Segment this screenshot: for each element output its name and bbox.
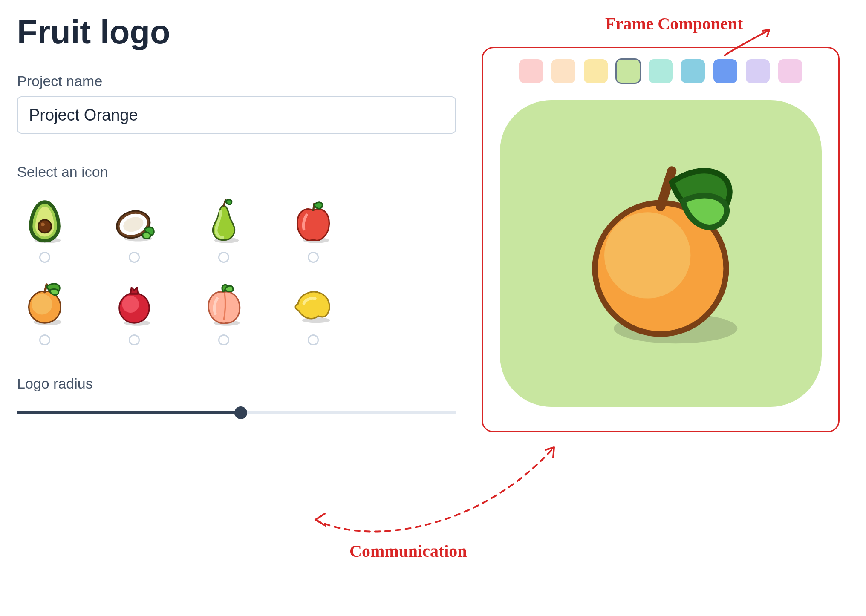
radio-coconut[interactable] (129, 252, 140, 263)
radio-peach[interactable] (218, 334, 229, 345)
project-name-label: Project name (17, 73, 456, 89)
radio-avocado[interactable] (39, 252, 50, 263)
radio-pear[interactable] (218, 252, 229, 263)
radius-section: Logo radius (17, 375, 456, 421)
pomegranate-icon (111, 280, 158, 327)
icon-option-lemon[interactable] (286, 280, 341, 345)
coconut-icon (111, 197, 158, 244)
icon-option-coconut[interactable] (107, 197, 162, 263)
radio-apple[interactable] (308, 252, 319, 263)
color-swatch-row (495, 59, 826, 83)
color-swatch-2[interactable] (584, 59, 608, 83)
icon-option-peach[interactable] (196, 280, 251, 345)
color-swatch-6[interactable] (713, 59, 737, 83)
slider-fill (17, 411, 241, 414)
icon-select-label: Select an icon (17, 164, 456, 180)
logo-preview-tile (500, 100, 822, 407)
icon-option-apple[interactable] (286, 197, 341, 263)
peach-icon (200, 280, 247, 327)
apple-icon (290, 197, 337, 244)
project-name-input[interactable] (17, 96, 456, 134)
color-swatch-1[interactable] (551, 59, 575, 83)
icon-option-pomegranate[interactable] (107, 280, 162, 345)
icon-option-avocado[interactable] (17, 197, 72, 263)
icon-grid (17, 197, 456, 345)
icon-option-orange[interactable] (17, 280, 72, 345)
color-swatch-7[interactable] (746, 59, 770, 83)
logo-preview-icon (567, 160, 754, 347)
svg-point-19 (604, 212, 690, 298)
avocado-icon (21, 197, 68, 244)
icon-option-pear[interactable] (196, 197, 251, 263)
pear-icon (200, 197, 247, 244)
color-swatch-8[interactable] (778, 59, 802, 83)
color-swatch-5[interactable] (681, 59, 705, 83)
annotation-arrow-communication-icon (298, 435, 571, 545)
radius-label: Logo radius (17, 375, 456, 392)
radio-lemon[interactable] (308, 334, 319, 345)
editor-panel: Fruit logo Project name Select an icon (17, 13, 456, 451)
annotation-arrow-frame-icon (720, 26, 776, 60)
radio-orange[interactable] (39, 334, 50, 345)
lemon-icon (290, 280, 337, 327)
color-swatch-4[interactable] (649, 59, 673, 83)
frame-component (482, 47, 840, 432)
radio-pomegranate[interactable] (129, 334, 140, 345)
color-swatch-3[interactable] (616, 59, 640, 83)
page-title: Fruit logo (17, 13, 456, 52)
radius-slider[interactable] (17, 404, 456, 421)
orange-icon (21, 280, 68, 327)
project-name-section: Project name (17, 73, 456, 134)
icon-select-section: Select an icon (17, 164, 456, 345)
slider-thumb[interactable] (234, 406, 247, 419)
color-swatch-0[interactable] (519, 59, 543, 83)
